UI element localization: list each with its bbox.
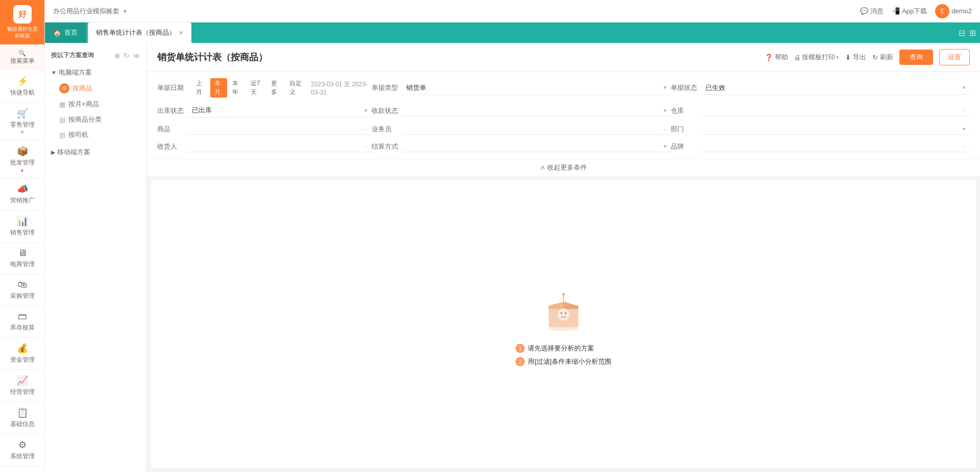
tree-parent-mobile-label: 移动端方案 xyxy=(57,148,90,157)
filter-date-field: 单据日期 上月 本月 本年 近7天 更多 自定义 2023-03-01 至 20… xyxy=(157,78,372,98)
sidebar-item-quick-nav[interactable]: ⚡ 快捷导航 xyxy=(0,70,44,103)
doc-type-arrow: ▾ xyxy=(664,84,667,91)
purchase-label: 采购管理 xyxy=(10,292,35,300)
finance-icon: 💰 xyxy=(17,343,28,354)
doc-status-value: 已生效 xyxy=(705,83,725,92)
sidebar-item-marketing[interactable]: 📣 营销推广 xyxy=(0,178,44,210)
date-btn-custom[interactable]: 自定义 xyxy=(285,78,307,98)
filter-settle-field: 结算方式 ▾ xyxy=(372,141,671,152)
tab-sales-stats[interactable]: 销售单统计计表（按商品） ✕ xyxy=(88,22,191,43)
message-btn[interactable]: 💬 消息 xyxy=(860,7,884,16)
filter-row-1: 单据日期 上月 本月 本年 近7天 更多 自定义 2023-03-01 至 20… xyxy=(157,78,970,98)
tree-parent-mobile[interactable]: ▶ 移动端方案 xyxy=(45,145,146,160)
refresh-icon: ↻ xyxy=(872,54,878,61)
out-status-select[interactable]: 已出库 ▾ xyxy=(188,104,372,117)
svg-marker-3 xyxy=(564,301,578,309)
sidebar-item-inventory[interactable]: 🗃 库存核算 xyxy=(0,306,44,338)
sidebar-item-basic[interactable]: 📋 基础信息 xyxy=(0,402,44,434)
sidebar-item-operation[interactable]: 📈 经营管理 xyxy=(0,370,44,402)
sidebar-item-system[interactable]: ⚙ 系统管理 xyxy=(0,434,44,466)
sidebar-item-collab[interactable]: 🤝 企业协同 xyxy=(0,466,44,472)
out-status-arrow: ▾ xyxy=(364,107,368,114)
page-header: 销货单统计计表（按商品） ❓ 帮助 🖨 按模板打印 ▾ ⬇ 导出 xyxy=(147,43,980,72)
tree-child-by-category[interactable]: ▤ 按商品分类 xyxy=(45,112,146,127)
goods-select[interactable]: ··· xyxy=(188,124,372,135)
empty-state: 1 请先选择要分析的方案 2 用[过滤]条件来缩小分析范围 xyxy=(151,180,976,468)
tree-child-by-category-label: 按商品分类 xyxy=(68,115,102,124)
staff-select[interactable]: ··· xyxy=(402,124,671,135)
warehouse-select[interactable]: ··· xyxy=(701,105,970,116)
sidebar-item-retail[interactable]: 🛒 零售管理 ▼ xyxy=(0,103,44,140)
sidebar-item-ecommerce[interactable]: 🖥 电商管理 xyxy=(0,243,44,274)
add-scheme-icon[interactable]: ⊕ xyxy=(114,52,120,60)
filter-dept-field: 部门 ▾ xyxy=(671,124,970,135)
receiver-select[interactable]: ··· xyxy=(188,141,372,152)
inventory-label: 库存核算 xyxy=(10,323,35,332)
sidebar-search[interactable]: 🔍 搜索菜单 xyxy=(0,44,44,70)
tabbar: 🏠 首页 销售单统计计表（按商品） ✕ ⊟ ⊞ xyxy=(45,22,980,43)
user-area[interactable]: E demo2 xyxy=(935,4,972,18)
empty-hint-1: 1 请先选择要分析的方案 xyxy=(516,344,594,353)
tab-home[interactable]: 🏠 首页 xyxy=(45,22,86,43)
app-download-btn[interactable]: 📲 App下载 xyxy=(892,7,927,16)
refresh-btn[interactable]: ↻ 刷新 xyxy=(872,53,893,62)
refresh-scheme-icon[interactable]: ↻ xyxy=(124,52,130,60)
filter-warehouse-field: 仓库 ··· xyxy=(671,105,970,116)
operation-icon: 📈 xyxy=(17,375,28,386)
date-btn-this-year[interactable]: 本年 xyxy=(228,78,246,98)
date-btn-this-month[interactable]: 本月 xyxy=(210,78,228,98)
goods-dots: ··· xyxy=(363,126,368,132)
export-label: 导出 xyxy=(853,53,866,62)
sidebar-item-wholesale[interactable]: 📦 批发管理 ▲ xyxy=(0,140,44,178)
wholesale-label: 批发管理 xyxy=(10,158,35,167)
settle-select[interactable]: ▾ xyxy=(402,141,671,152)
print-dropdown-icon[interactable]: ▾ xyxy=(836,54,839,61)
filter-recv-status-field: 收款状态 ▾ xyxy=(372,105,671,116)
filter-row-3: 商品 ··· 业务员 ··· 部门 xyxy=(157,124,970,135)
export-btn[interactable]: ⬇ 导出 xyxy=(845,53,866,62)
settle-label: 结算方式 xyxy=(372,142,402,151)
topbar-title: 办公用品行业模拟账套 xyxy=(53,7,119,16)
tree-parent-desktop-label: 电脑端方案 xyxy=(59,68,92,77)
date-btn-more[interactable]: 更多 xyxy=(267,78,284,98)
tree-parent-desktop[interactable]: ▼ 电脑端方案 xyxy=(45,65,146,80)
sidebar-item-purchase[interactable]: 🛍 采购管理 xyxy=(0,274,44,306)
app-sub: 标账版 xyxy=(15,32,30,39)
recv-status-select[interactable]: ▾ xyxy=(402,105,671,116)
collapse-panel-icon[interactable]: ≪ xyxy=(133,52,140,60)
tab-expand-icon[interactable]: ⊞ xyxy=(969,28,976,38)
sidebar-item-finance[interactable]: 💰 资金管理 xyxy=(0,338,44,370)
tree-child-month-goods[interactable]: ▦ 按月+商品 xyxy=(45,97,146,112)
topbar-dropdown-icon[interactable]: ▾ xyxy=(124,8,127,15)
warehouse-label: 仓库 xyxy=(671,106,701,115)
inventory-icon: 🗃 xyxy=(18,311,27,322)
tree-child-month-goods-label: 按月+商品 xyxy=(68,100,99,109)
dept-select[interactable]: ▾ xyxy=(701,124,970,135)
tree-child-by-goods[interactable]: 按 按商品 xyxy=(45,80,146,97)
help-label: 帮助 xyxy=(775,53,788,62)
staff-dots: ··· xyxy=(662,126,667,132)
brand-select[interactable]: ··· xyxy=(701,141,970,152)
collapse-conditions-btn[interactable]: ∧ 收起更多条件 xyxy=(147,158,980,176)
date-btn-last-month[interactable]: 上月 xyxy=(192,78,209,98)
tree-child-by-driver[interactable]: ▤ 按司机 xyxy=(45,127,146,143)
doc-status-select[interactable]: 已生效 ▾ xyxy=(701,81,970,95)
marketing-icon: 📣 xyxy=(17,183,28,195)
doc-type-select[interactable]: 销货单 ▾ xyxy=(402,81,671,95)
query-button[interactable]: 查询 xyxy=(899,50,933,65)
svg-point-6 xyxy=(565,312,567,314)
settings-button[interactable]: 设置 xyxy=(939,49,970,65)
sidebar-item-sales[interactable]: 📊 销售管理 xyxy=(0,210,44,243)
dept-arrow: ▾ xyxy=(963,126,966,132)
help-btn[interactable]: ❓ 帮助 xyxy=(765,53,788,62)
filter-out-status-field: 出库状态 已出库 ▾ xyxy=(157,104,372,117)
collapse-text: ∧ 收起更多条件 xyxy=(540,163,587,171)
wholesale-icon: 📦 xyxy=(17,146,28,157)
ecommerce-label: 电商管理 xyxy=(10,260,35,269)
tab-minimize-icon[interactable]: ⊟ xyxy=(959,28,965,38)
topbar-left: 办公用品行业模拟账套 ▾ xyxy=(53,7,127,16)
recv-status-arrow: ▾ xyxy=(664,107,667,114)
print-btn[interactable]: 🖨 按模板打印 ▾ xyxy=(794,53,839,62)
date-btn-7days[interactable]: 近7天 xyxy=(247,78,266,98)
tab-close-icon[interactable]: ✕ xyxy=(179,30,183,36)
